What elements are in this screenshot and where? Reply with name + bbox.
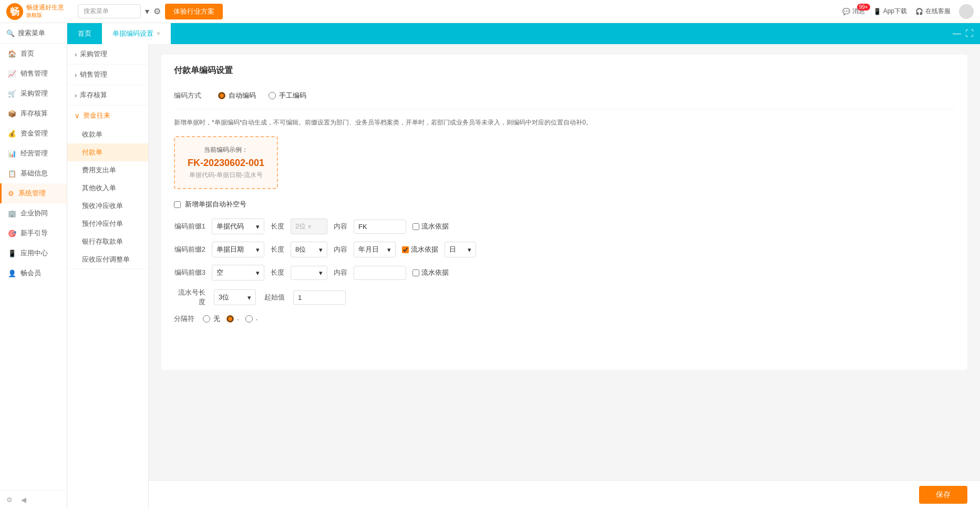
prefix-select-2-value: 单据日期	[216, 245, 244, 254]
header-middle: 搜索菜单 ▾ ⚙ 体验行业方案	[78, 4, 838, 19]
watermark-label-3: 流水依据	[421, 268, 449, 277]
manual-encode-option[interactable]: 手工编码	[269, 91, 306, 100]
serial-length-arrow: ▾	[247, 294, 251, 302]
sidebar-item-member[interactable]: 👤 畅会员	[0, 263, 67, 283]
sidebar-bottom: ⚙ ◀	[0, 490, 67, 509]
sidebar-item-home[interactable]: 🏠 首页	[0, 44, 67, 64]
length-select-2[interactable]: 8位 ▾	[291, 242, 327, 257]
prefix-row-1: 编码前缀1 单据代码 ▾ 长度 2位 ▾ 内容 流水依据	[174, 219, 955, 234]
tab-encoding[interactable]: 单据编码设置 ×	[102, 23, 171, 44]
chevron-right-icon2: ›	[75, 71, 77, 79]
basic-icon: 📋	[8, 170, 16, 178]
sep-none-option[interactable]: 无	[203, 314, 220, 324]
sidebar-search[interactable]: 🔍 搜索菜单	[0, 23, 67, 44]
sidebar-item-system[interactable]: ⚙ 系统管理	[0, 183, 67, 203]
sub-item-adjustment[interactable]: 应收应付调整单	[67, 251, 148, 268]
sub-sidebar: › 采购管理 › 销售管理 › 库存核算 ∨ 资金往来 收款单 付款单 费用支出…	[67, 44, 149, 509]
sub-item-expense[interactable]: 费用支出单	[67, 161, 148, 179]
start-value-input[interactable]	[293, 290, 346, 305]
message-button[interactable]: 💬 消息 99+	[842, 7, 865, 16]
save-footer: 保存	[149, 480, 980, 509]
prefix-select-1[interactable]: 单据代码 ▾	[212, 219, 264, 234]
online-service-label: 在线客服	[925, 7, 951, 16]
save-button[interactable]: 保存	[919, 486, 967, 504]
content-input-1[interactable]	[354, 220, 406, 234]
purchase-icon: 🛒	[8, 90, 16, 98]
tab-expand-icon[interactable]: ⛶	[965, 29, 974, 38]
sidebar-label-member: 畅会员	[20, 268, 41, 278]
chevron-right-icon3: ›	[75, 91, 77, 99]
sep-none-radio[interactable]	[203, 315, 210, 323]
prefix-row-3: 编码前缀3 空 ▾ 长度 ▾ 内容 流水依据	[174, 265, 955, 281]
auto-encode-option[interactable]: 自动编码	[218, 91, 256, 100]
watermark-check-2[interactable]	[402, 246, 409, 253]
online-service-button[interactable]: 🎧 在线客服	[915, 7, 951, 16]
serial-length-value: 3位	[219, 293, 229, 302]
prefix-select-3-value: 空	[216, 268, 223, 277]
tab-minimize-icon[interactable]: —	[953, 29, 961, 38]
trial-button[interactable]: 体验行业方案	[165, 4, 223, 19]
sidebar-item-finance[interactable]: 💰 资金管理	[0, 123, 67, 143]
length-arrow-1: ▾	[308, 223, 312, 231]
dropdown-icon[interactable]: ▾	[145, 6, 149, 16]
sidebar-label-operations: 经营管理	[20, 149, 48, 158]
sidebar-label-sales: 销售管理	[20, 69, 48, 78]
sep-dash-option[interactable]: ·	[245, 315, 258, 323]
code-example-box: 当前编码示例： FK-20230602-001 单据代码-单据日期-流水号	[174, 136, 278, 189]
watermark-checkbox-row-1: 流水依据	[412, 222, 449, 231]
sidebar-item-apps[interactable]: 📱 应用中心	[0, 243, 67, 263]
cycle-select-2[interactable]: 日 ▾	[445, 242, 476, 257]
sidebar-item-sales[interactable]: 📈 销售管理	[0, 64, 67, 84]
settings-icon[interactable]: ⚙	[153, 6, 161, 16]
sidebar-item-inventory[interactable]: 📦 库存核算	[0, 103, 67, 123]
sidebar-collapse-icon[interactable]: ◀	[21, 496, 26, 504]
sidebar-label-apps: 应用中心	[20, 248, 48, 258]
sub-header-inventory[interactable]: › 库存核算	[67, 85, 148, 105]
sub-item-bank[interactable]: 银行存取款单	[67, 233, 148, 251]
watermark-check-3[interactable]	[412, 269, 419, 276]
sidebar-settings-icon[interactable]: ⚙	[6, 496, 13, 504]
sub-header-capital[interactable]: ∨ 资金往来	[67, 106, 148, 126]
sep-dot-label: ·	[237, 315, 239, 323]
auto-encode-label: 自动编码	[229, 91, 256, 100]
tab-close-icon[interactable]: ×	[157, 23, 160, 44]
sep-dash-radio[interactable]	[245, 315, 253, 323]
sep-dot-radio[interactable]	[226, 315, 234, 323]
sub-item-receipt[interactable]: 收款单	[67, 126, 148, 143]
sidebar-item-basic[interactable]: 📋 基础信息	[0, 163, 67, 183]
sub-item-pre-receipt[interactable]: 预收冲应收单	[67, 197, 148, 215]
serial-length-select[interactable]: 3位 ▾	[214, 289, 256, 305]
avatar[interactable]	[959, 4, 974, 19]
watermark-checkbox-row-2: 流水依据	[402, 245, 438, 254]
sidebar: 🔍 搜索菜单 🏠 首页 📈 销售管理 🛒 采购管理 📦 库存核算 💰 资金管理 …	[0, 23, 67, 509]
sub-header-purchase[interactable]: › 采购管理	[67, 44, 148, 64]
sidebar-item-operations[interactable]: 📊 经营管理	[0, 143, 67, 163]
enterprise-icon: 🏢	[8, 210, 16, 217]
app-download-button[interactable]: 📱 App下载	[873, 7, 907, 16]
sub-item-pre-payment[interactable]: 预付冲应付单	[67, 215, 148, 233]
length-select-3[interactable]: ▾	[291, 266, 327, 280]
sub-item-other-income[interactable]: 其他收入单	[67, 179, 148, 197]
app-download-label: App下载	[883, 7, 907, 16]
separator-row: 分隔符 无 · ·	[174, 314, 955, 324]
content-select-2[interactable]: 年月日 ▾	[354, 242, 396, 257]
prefix-select-3[interactable]: 空 ▾	[212, 265, 264, 281]
sidebar-item-enterprise[interactable]: 🏢 企业协同	[0, 203, 67, 223]
serial-row: 流水号长度 3位 ▾ 起始值	[174, 288, 955, 307]
sidebar-item-guide[interactable]: 🎯 新手引导	[0, 223, 67, 243]
prefix-label-2: 编码前缀2	[174, 245, 205, 254]
auto-encode-radio[interactable]	[218, 92, 225, 99]
prefix-label-3: 编码前缀3	[174, 268, 205, 277]
auto-fill-checkbox[interactable]	[174, 201, 181, 208]
encoding-method-row: 编码方式 自动编码 手工编码	[174, 85, 955, 109]
watermark-check-1[interactable]	[412, 223, 419, 230]
prefix-select-2[interactable]: 单据日期 ▾	[212, 242, 264, 257]
sub-item-payment[interactable]: 付款单	[67, 143, 148, 161]
sep-dot-option[interactable]: ·	[226, 315, 239, 323]
sub-header-sales[interactable]: › 销售管理	[67, 65, 148, 85]
manual-encode-radio[interactable]	[269, 92, 276, 99]
search-input[interactable]: 搜索菜单	[78, 4, 141, 18]
sidebar-item-purchase[interactable]: 🛒 采购管理	[0, 84, 67, 103]
content-input-3[interactable]	[354, 266, 406, 280]
tab-home[interactable]: 首页	[67, 23, 102, 44]
